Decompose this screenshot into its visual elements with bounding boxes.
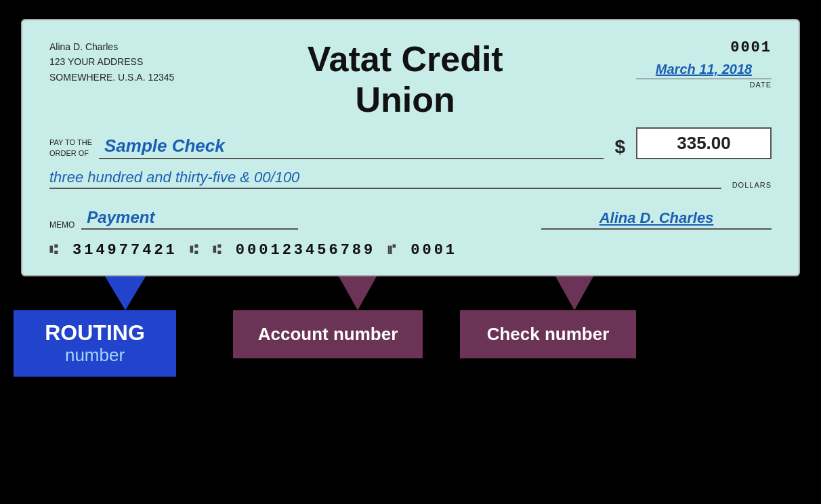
- pay-to-order-row: PAY TO THE ORDER OF Sample Check $ 335.0…: [49, 127, 772, 159]
- bank-name: Vatat Credit Union: [174, 39, 636, 121]
- micr-account-open: ⑆: [213, 243, 224, 258]
- micr-account-number: 000123456789: [236, 242, 375, 259]
- memo-label: MEMO: [49, 220, 75, 230]
- dollars-label: DOLLARS: [732, 181, 772, 189]
- address-block: Alina D. Charles 123 YOUR ADDRESS SOMEWH…: [49, 39, 174, 85]
- dollar-sign: $: [614, 136, 625, 159]
- memo-row: MEMO Payment Alina D. Charles: [49, 208, 772, 230]
- amount-box: 335.00: [636, 127, 772, 159]
- memo-line: Payment: [81, 208, 298, 230]
- signature-area: Alina D. Charles: [298, 209, 772, 230]
- date-value: March 11, 2018: [636, 62, 772, 79]
- labels-section: ROUTING number Account number Check numb…: [0, 276, 821, 392]
- micr-routing-number: 314977421: [72, 242, 177, 259]
- micr-check-number: 0001: [410, 242, 457, 259]
- micr-account-close: ⑈: [387, 243, 398, 258]
- owner-name: Alina D. Charles: [49, 41, 118, 52]
- routing-label-sub: number: [33, 345, 157, 366]
- routing-badge: ROUTING number: [14, 310, 176, 377]
- check-number-badge: Check number: [460, 310, 636, 358]
- account-arrow: [339, 276, 377, 310]
- check-number-arrow: [555, 276, 593, 310]
- check-document: Alina D. Charles 123 YOUR ADDRESS SOMEWH…: [21, 19, 800, 276]
- account-number-label: Account number: [258, 324, 398, 344]
- signature-line: Alina D. Charles: [541, 209, 772, 230]
- routing-arrow: [105, 276, 146, 310]
- amount-words: three hundred and thirty-five & 00/100: [49, 169, 721, 189]
- payee-line: Sample Check: [99, 135, 604, 159]
- account-number-badge: Account number: [233, 310, 423, 358]
- check-number-top: 0001: [730, 39, 772, 56]
- amount-words-row: three hundred and thirty-five & 00/100 D…: [49, 169, 772, 189]
- address-line1: 123 YOUR ADDRESS: [49, 56, 143, 67]
- pay-label: PAY TO THE ORDER OF: [49, 137, 92, 159]
- micr-routing-close: ⑆: [190, 243, 201, 258]
- payee-name: Sample Check: [104, 135, 225, 156]
- memo-value: Payment: [87, 208, 154, 226]
- date-label: DATE: [749, 81, 772, 89]
- amount-value: 335.00: [677, 133, 731, 153]
- address-line2: SOMEWHERE. U.S.A. 12345: [49, 72, 174, 83]
- signature-value: Alina D. Charles: [599, 209, 714, 226]
- check-number-label: Check number: [487, 324, 610, 344]
- micr-routing-open: ⑆: [49, 243, 60, 258]
- micr-row: ⑆ 314977421 ⑆ ⑆ 000123456789 ⑈ 0001: [49, 242, 772, 259]
- routing-label-main: ROUTING: [33, 321, 157, 345]
